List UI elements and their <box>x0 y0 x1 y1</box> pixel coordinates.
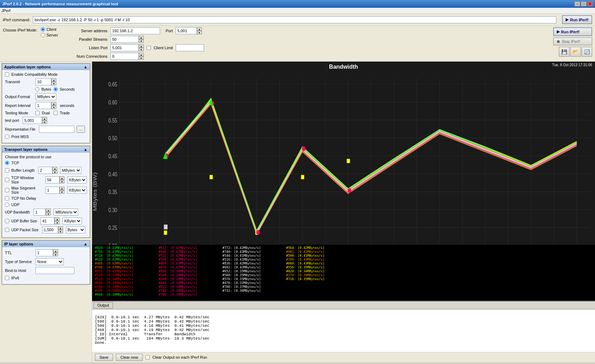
clear-on-run-checkbox[interactable] <box>146 355 150 359</box>
ub-up[interactable]: ▲ <box>46 209 51 212</box>
udp-pkt-input[interactable] <box>42 226 58 233</box>
tcp-window-input[interactable] <box>45 176 60 183</box>
legend-item: #524: [0.34MBytes/s] <box>95 277 152 281</box>
transmit-up[interactable]: ▲ <box>51 78 56 82</box>
client-limit-checkbox[interactable] <box>147 46 151 50</box>
port-up[interactable]: ▲ <box>197 27 202 31</box>
iperf-command-input[interactable] <box>33 16 556 23</box>
test-port-up[interactable]: ▲ <box>42 117 47 120</box>
minimize-button[interactable]: ─ <box>574 1 580 6</box>
num-conn-down[interactable]: ▼ <box>139 56 144 60</box>
uf-up[interactable]: ▲ <box>55 217 60 221</box>
tos-select[interactable]: None <box>35 258 64 265</box>
run-iperf-button[interactable]: ▶ Run IPerf! <box>562 15 592 24</box>
save-output-button[interactable]: Save <box>95 354 113 361</box>
window-controls[interactable]: ─ □ ✕ <box>574 1 593 6</box>
udp-pkt-unit-select[interactable]: Bytes <box>66 226 85 233</box>
output-format-select[interactable]: MBytes KBytes Bytes <box>35 93 56 100</box>
report-interval-input[interactable] <box>35 102 51 109</box>
transmit-down[interactable]: ▼ <box>51 82 56 85</box>
ttl-up[interactable]: ▲ <box>53 249 58 253</box>
up-down[interactable]: ▼ <box>58 230 63 233</box>
udp-buf-input[interactable] <box>40 217 55 224</box>
max-seg-unit-select[interactable]: KBytes <box>67 187 87 194</box>
clear-now-button[interactable]: Clear now <box>116 354 143 361</box>
right-content: Bandwidth Tue, 8 Oct 2013 17:31:06 <box>92 62 595 362</box>
buffer-length-input[interactable] <box>38 167 52 174</box>
udp-packet-checkbox[interactable] <box>5 228 9 232</box>
load-icon-button[interactable]: 📂 <box>570 47 581 57</box>
report-up[interactable]: ▲ <box>51 102 56 106</box>
client-radio[interactable] <box>41 27 45 32</box>
tcp-radio[interactable] <box>5 161 9 165</box>
max-seg-input[interactable] <box>45 187 60 194</box>
trade-checkbox[interactable] <box>53 111 58 115</box>
client-limit-label: Client Limit <box>154 46 173 50</box>
port-down[interactable]: ▼ <box>197 31 202 34</box>
ttl-input[interactable] <box>35 249 53 256</box>
bytes-radio[interactable] <box>35 87 39 91</box>
tcp-window-checkbox[interactable] <box>5 178 9 182</box>
udp-buffer-checkbox[interactable] <box>5 219 9 223</box>
application-options-header[interactable]: Application layer options ▲ <box>2 64 90 70</box>
transmit-input[interactable] <box>35 78 51 85</box>
test-port-input[interactable] <box>23 117 42 124</box>
transport-options-header[interactable]: Transport layer options ▲ <box>2 146 90 153</box>
server-radio[interactable] <box>41 33 45 37</box>
client-limit-input[interactable] <box>176 44 204 51</box>
ip-options-header[interactable]: IP layer options ▲ <box>2 241 90 247</box>
server-address-input[interactable] <box>110 27 160 34</box>
listen-up[interactable]: ▲ <box>139 44 144 48</box>
compat-mode-checkbox[interactable] <box>5 72 9 76</box>
output-text[interactable]: [628] 0.0-10.1 sec 4.27 MBytes 0.42 MByt… <box>92 309 595 352</box>
legend-item: #708: [0.43MBytes/s] <box>95 266 152 269</box>
udp-radio[interactable] <box>5 203 9 207</box>
save-icon-button[interactable]: 💾 <box>559 47 570 57</box>
bind-host-input[interactable] <box>35 267 74 274</box>
up-up[interactable]: ▲ <box>58 226 63 230</box>
buffer-unit-select[interactable]: MBytes KBytes <box>60 167 81 174</box>
close-button[interactable]: ✕ <box>587 1 593 6</box>
legend-item: #796: [0.34MBytes/s] <box>95 285 152 289</box>
uf-down[interactable]: ▼ <box>55 221 60 224</box>
menu-item-jperf[interactable]: JPerf <box>1 8 11 13</box>
refresh-icon-button[interactable]: 🔄 <box>582 47 592 57</box>
listen-down[interactable]: ▼ <box>139 48 144 51</box>
parallel-down[interactable]: ▼ <box>139 39 144 43</box>
seconds-radio[interactable] <box>53 87 58 91</box>
parallel-up[interactable]: ▲ <box>139 36 144 39</box>
tw-down[interactable]: ▼ <box>60 180 64 183</box>
num-conn-up[interactable]: ▲ <box>139 53 144 56</box>
dual-checkbox[interactable] <box>35 111 40 115</box>
output-tab[interactable]: Output <box>94 302 113 308</box>
legend-col-1: #820: [0.42MBytes/s] #756: [0.43MBytes/s… <box>95 246 152 299</box>
bl-up[interactable]: ▲ <box>52 167 57 170</box>
max-seg-checkbox[interactable] <box>5 188 9 192</box>
tw-up[interactable]: ▲ <box>60 176 64 180</box>
parallel-streams-input[interactable] <box>110 36 139 43</box>
udp-buf-unit-select[interactable]: KBytes <box>62 217 82 224</box>
report-down[interactable]: ▼ <box>51 106 56 109</box>
ub-down[interactable]: ▼ <box>46 212 51 216</box>
tcp-nodelay-checkbox[interactable] <box>5 196 9 200</box>
num-connections-input[interactable] <box>110 53 139 60</box>
buffer-length-checkbox[interactable] <box>5 168 9 172</box>
listen-port-input[interactable] <box>110 44 139 51</box>
print-mss-checkbox[interactable] <box>5 135 9 139</box>
ttl-down[interactable]: ▼ <box>53 253 58 256</box>
bl-down[interactable]: ▼ <box>52 170 57 174</box>
udp-bw-input[interactable] <box>33 209 46 216</box>
test-port-down[interactable]: ▼ <box>42 120 47 124</box>
legend-item: #852: [0.42MBytes/s] <box>95 269 152 273</box>
rep-file-input[interactable] <box>39 126 74 133</box>
maximize-button[interactable]: □ <box>581 1 586 6</box>
ms-up[interactable]: ▲ <box>60 187 64 190</box>
port-input[interactable] <box>176 27 197 34</box>
browse-button[interactable]: ... <box>76 126 85 133</box>
stop-button[interactable]: ⏹ Stop IPerf! <box>553 38 592 45</box>
tcp-window-unit-select[interactable]: KBytes <box>67 176 87 183</box>
run-button-side[interactable]: ▶ Run IPerf! <box>553 27 592 36</box>
udp-bw-unit-select[interactable]: MBytes/sec <box>53 209 78 216</box>
ipv6-checkbox[interactable] <box>5 276 9 280</box>
ms-down[interactable]: ▼ <box>60 190 64 194</box>
